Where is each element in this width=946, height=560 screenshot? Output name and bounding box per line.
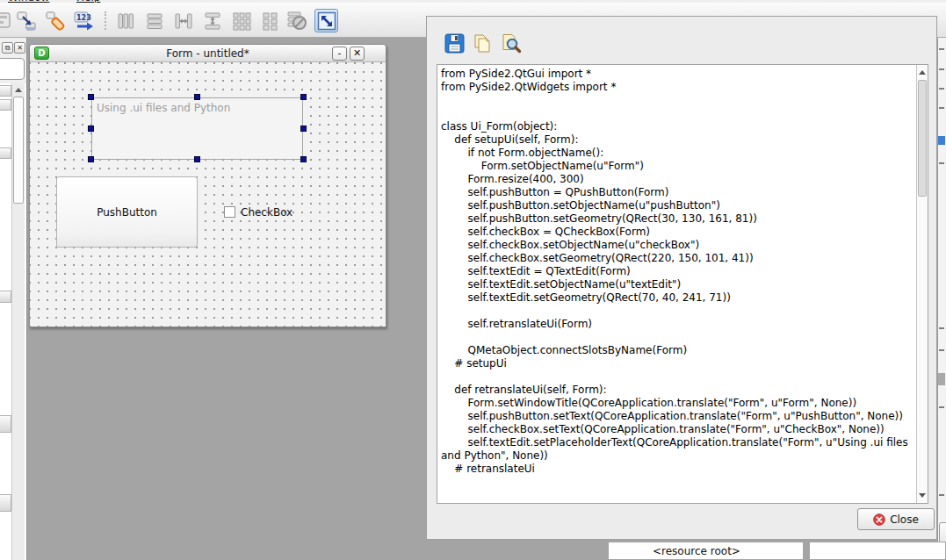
widget-box-list[interactable] — [0, 83, 26, 560]
form-canvas[interactable]: Using .ui files and Python PushButton Ch… — [30, 62, 386, 327]
save-icon[interactable] — [444, 32, 466, 55]
widget-category-item[interactable] — [0, 291, 11, 303]
widget-category-item[interactable] — [0, 415, 11, 433]
textedit-placeholder: Using .ui files and Python — [97, 102, 230, 114]
minimize-button[interactable]: - — [332, 47, 347, 61]
selection-handle-bottom-left[interactable] — [88, 156, 94, 162]
widget-category-item[interactable] — [0, 147, 11, 159]
break-layout-icon[interactable] — [285, 9, 308, 32]
pushbutton-widget[interactable]: PushButton — [56, 176, 198, 248]
layout-form-icon[interactable] — [258, 9, 282, 32]
widget-box-scrollbar[interactable] — [11, 83, 25, 560]
selection-handle-bottom-right[interactable] — [300, 156, 307, 162]
toolbar-separator — [105, 11, 106, 30]
widget-box-panel: ⧉ ✕ — [0, 38, 27, 560]
dock-close-icon[interactable]: ✕ — [14, 42, 25, 54]
code-preview-dialog: from PySide2.QtGui import * from PySide2… — [426, 16, 937, 540]
checkbox-label: CheckBox — [241, 206, 292, 219]
close-button-label: Close — [890, 513, 919, 526]
selection-handle-top-left[interactable] — [88, 94, 94, 100]
scroll-up-icon[interactable] — [919, 70, 926, 75]
widget-category-item[interactable] — [0, 99, 11, 111]
selection-handle-mid-left[interactable] — [88, 126, 94, 132]
selection-handle-top-center[interactable] — [194, 94, 200, 100]
dialog-close-button[interactable]: Close — [857, 508, 935, 530]
row-tick — [939, 107, 944, 109]
layout-grid-icon[interactable] — [229, 9, 253, 32]
form-window: D Form - untitled* - ✕ Using .ui files a… — [29, 44, 386, 327]
layout-horizontal-splitter-icon[interactable] — [171, 9, 195, 32]
code-text[interactable]: from PySide2.QtGui import * from PySide2… — [441, 68, 915, 476]
edit-tab-order-icon[interactable]: 123 — [72, 9, 96, 32]
edit-signals-slots-icon[interactable] — [14, 9, 38, 32]
row-tick — [939, 162, 944, 164]
svg-text:123: 123 — [76, 14, 91, 22]
resource-browser-side-panel[interactable] — [809, 542, 946, 560]
adjust-size-icon[interactable] — [314, 9, 338, 32]
selected-row-edge — [938, 136, 945, 145]
code-scrollbar[interactable] — [916, 65, 928, 503]
row-tick — [939, 68, 944, 70]
textedit-widget[interactable]: Using .ui files and Python — [91, 97, 303, 160]
layout-vertical-icon[interactable] — [142, 9, 166, 32]
form-titlebar[interactable]: D Form - untitled* - ✕ — [30, 45, 386, 62]
property-editor-edge — [937, 38, 946, 560]
scroll-up-icon[interactable] — [15, 88, 22, 92]
widget-filter-input[interactable] — [0, 58, 25, 80]
edit-buddies-icon[interactable] — [43, 9, 67, 32]
scrollbar-thumb[interactable] — [13, 97, 24, 204]
row-tick — [939, 406, 944, 408]
edit-widgets-icon[interactable] — [0, 9, 13, 32]
selection-handle-bottom-center[interactable] — [194, 156, 200, 162]
widget-category-item[interactable] — [0, 494, 11, 512]
row-tick — [939, 88, 944, 90]
copy-icon[interactable] — [472, 32, 495, 55]
qt-designer-screen: Window Help 123 — [0, 0, 946, 560]
checkbox-widget[interactable]: CheckBox — [223, 194, 312, 230]
widget-category-item[interactable] — [0, 85, 11, 97]
code-view[interactable]: from PySide2.QtGui import * from PySide2… — [437, 64, 928, 504]
find-icon[interactable] — [500, 32, 523, 55]
layout-horizontal-icon[interactable] — [113, 9, 137, 32]
close-red-icon — [873, 513, 885, 526]
scroll-edge — [938, 373, 945, 385]
row-tick — [939, 48, 944, 50]
selection-handle-top-right[interactable] — [300, 94, 307, 100]
resource-root-item[interactable]: <resource root> — [653, 545, 740, 557]
dock-float-icon[interactable]: ⧉ — [2, 42, 13, 54]
row-tick — [939, 327, 944, 329]
row-tick — [939, 494, 944, 496]
scroll-down-icon[interactable] — [919, 493, 926, 498]
close-button[interactable]: ✕ — [350, 47, 365, 61]
row-tick — [939, 349, 944, 351]
selection-handle-mid-right[interactable] — [300, 126, 307, 132]
resource-browser-panel[interactable]: <resource root> — [608, 542, 804, 560]
layout-vertical-splitter-icon[interactable] — [200, 9, 224, 32]
checkbox-box[interactable] — [224, 206, 235, 218]
scrollbar-thumb[interactable] — [918, 80, 927, 197]
